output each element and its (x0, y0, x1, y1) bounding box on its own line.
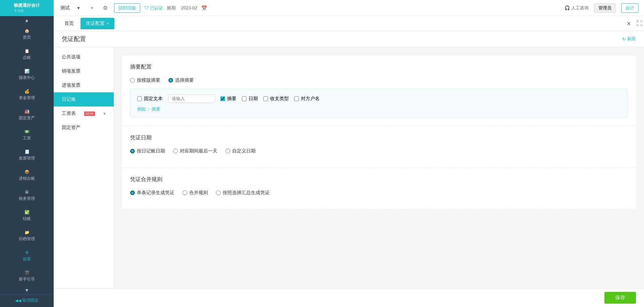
merge-radio-group: 单条记录生成凭证 合并规则 按照选择汇总生成凭证 (130, 190, 628, 196)
switch-old-version-button[interactable]: 切到旧版 (114, 3, 140, 13)
sidebar-item-assets[interactable]: 🏭 固定资产 (0, 105, 54, 125)
left-nav-journal[interactable]: 日记账 (54, 92, 114, 106)
radio-merge-rule[interactable]: 合并规则 (182, 190, 208, 196)
page-toolbar: 凭证配置 ↻ 刷新 (54, 31, 644, 47)
radio-select-merge[interactable]: 按照选择汇总生成凭证 (216, 190, 270, 196)
checkbox-income-type[interactable]: 收支类型 (263, 96, 289, 102)
fixed-text-checkbox[interactable] (137, 96, 142, 101)
new-badge: NEW (84, 112, 95, 116)
income-type-checkbox[interactable] (263, 96, 268, 101)
sidebar-item-tax[interactable]: 🏛 税务管理 (0, 185, 54, 206)
tab-home[interactable]: 首页 (59, 18, 79, 29)
checkout-icon: ✅ (24, 210, 30, 215)
left-nav-sales-invoice[interactable]: 销项发票 (54, 64, 114, 78)
sidebar-item-checkout[interactable]: ✅ 结账 (0, 206, 54, 226)
radio-select-merge-input[interactable] (216, 190, 221, 195)
left-nav-public[interactable]: 公共选项 (54, 50, 114, 64)
summary-checkbox[interactable] (220, 96, 225, 101)
sidebar-item-label: 首页 (23, 35, 31, 40)
settings-gear-icon[interactable]: ⚙ (101, 3, 110, 13)
summary-title: 摘要配置 (130, 63, 628, 71)
sidebar-item-settings[interactable]: ⚙ 设置 (0, 246, 54, 266)
report-icon: 📊 (24, 69, 30, 74)
tab-voucher-config[interactable]: 凭证配置 × (80, 18, 114, 29)
sidebar-item-label: 进销台账 (19, 176, 35, 181)
fixed-text-input[interactable] (168, 94, 215, 103)
consult-label: 人工咨询 (571, 5, 589, 11)
fixed-text-label: 固定文本 (144, 96, 163, 102)
manager-button[interactable]: 管理员 (594, 3, 616, 13)
left-nav-payroll-table[interactable]: 工资表 NEW ▾ (54, 106, 114, 121)
tab-close-icon[interactable]: × (107, 21, 109, 26)
sidebar-item-ledger[interactable]: 📋 总账 (0, 44, 54, 64)
radio-period-last[interactable]: 对应期间最后一天 (173, 148, 217, 154)
certified-badge: 🛡 已认证 (144, 5, 163, 11)
checkbox-fixed-text[interactable]: 固定文本 (137, 96, 163, 102)
sidebar-item-payroll[interactable]: 💵 工资 (0, 125, 54, 145)
checkbox-counterpart[interactable]: 对方户名 (294, 96, 320, 102)
radio-single-input[interactable] (130, 190, 135, 195)
checkbox-date[interactable]: 日期 (242, 96, 258, 102)
left-nav-purchase-invoice[interactable]: 进项发票 (54, 78, 114, 92)
sidebar-item-label: 总账 (23, 55, 31, 60)
project-dropdown-icon[interactable]: ▾ (74, 3, 83, 13)
add-icon[interactable]: ＋ (87, 3, 97, 13)
tab-home-label: 首页 (64, 20, 74, 27)
radio-journal-date-input[interactable] (130, 149, 135, 154)
ledger-icon: 📋 (24, 49, 30, 53)
radio-journal-date-label: 按日记账日期 (137, 148, 165, 154)
sidebar-item-label: 税务管理 (19, 196, 35, 202)
guide-icon: 🎬 (24, 270, 30, 275)
sidebar-item-home[interactable]: 🏠 首页 (0, 24, 54, 44)
radio-select-summary[interactable]: 选择摘要 (168, 77, 194, 83)
date-title: 凭证日期 (130, 134, 628, 141)
sidebar-item-label: 设置 (23, 256, 31, 262)
logo-subtitle: 专业版 (14, 8, 40, 13)
left-nav: 公共选项 销项发票 进项发票 日记账 工资表 NEW ▾ (54, 47, 114, 288)
sidebar-item-guide[interactable]: 🎬 新手引导 (0, 266, 54, 286)
save-button[interactable]: 保存 (604, 292, 636, 304)
radio-custom-date[interactable]: 自定义日期 (225, 148, 256, 154)
consult-button[interactable]: 🎧 人工咨询 (565, 5, 589, 11)
radio-template-label: 按模版摘要 (137, 77, 160, 83)
cancel-fixed-button[interactable]: ◀◀ 取消固定 (0, 294, 54, 306)
sidebar-item-invoice[interactable]: 🧾 发票管理 (0, 145, 54, 165)
income-type-label: 收支类型 (270, 96, 289, 102)
expand-window-icon[interactable]: ⛶ (635, 19, 644, 28)
radio-merge-rule-input[interactable] (182, 190, 187, 195)
sidebar-item-funds[interactable]: 💰 资金管理 (0, 85, 54, 105)
bottom-bar: 保存 (54, 288, 644, 307)
radio-single-label: 单条记录生成凭证 (137, 190, 174, 196)
sidebar-item-label: 报表中心 (19, 75, 35, 81)
sidebar-item-archive[interactable]: 📁 归档管理 (0, 226, 54, 246)
radio-custom-date-input[interactable] (225, 149, 230, 154)
refresh-button[interactable]: ↻ 刷新 (622, 36, 636, 42)
sidebar-item-label: 工资 (23, 135, 31, 141)
archive-icon: 📁 (24, 230, 30, 235)
radio-period-last-input[interactable] (173, 149, 178, 154)
sidebar-item-report[interactable]: 📊 报表中心 (0, 64, 54, 85)
sidebar-item-label: 发票管理 (19, 156, 35, 161)
radio-select-input[interactable] (168, 78, 173, 83)
summary-config-row: 固定文本 摘要 日期 (137, 94, 621, 103)
checkbox-summary[interactable]: 摘要 (220, 96, 236, 102)
summary-section: 摘要配置 按模版摘要 选择摘要 (122, 55, 636, 126)
purchase-sale-icon: 📦 (24, 170, 30, 174)
sidebar-item-label: 结账 (23, 216, 31, 222)
tab-active-label: 凭证配置 (86, 20, 105, 27)
counterpart-checkbox[interactable] (294, 96, 299, 101)
pin-icon: ◀◀ (15, 298, 21, 303)
close-window-icon[interactable]: ✕ (624, 19, 633, 28)
sidebar-scroll-down[interactable]: ▼ (0, 286, 54, 294)
date-checkbox[interactable] (242, 96, 247, 101)
accountant-button[interactable]: 会计 (621, 3, 639, 13)
summary-label: 摘要 (227, 96, 236, 102)
sidebar-item-purchase-sale[interactable]: 📦 进销台账 (0, 165, 54, 185)
radio-journal-date[interactable]: 按日记账日期 (130, 148, 165, 154)
sidebar-scroll-up[interactable]: ▲ (0, 16, 54, 24)
radio-single[interactable]: 单条记录生成凭证 (130, 190, 174, 196)
calendar-icon[interactable]: 📅 (201, 5, 207, 11)
radio-template-input[interactable] (130, 78, 135, 83)
radio-template-summary[interactable]: 按模版摘要 (130, 77, 160, 83)
left-nav-fixed-assets[interactable]: 固定资产 (54, 121, 114, 135)
